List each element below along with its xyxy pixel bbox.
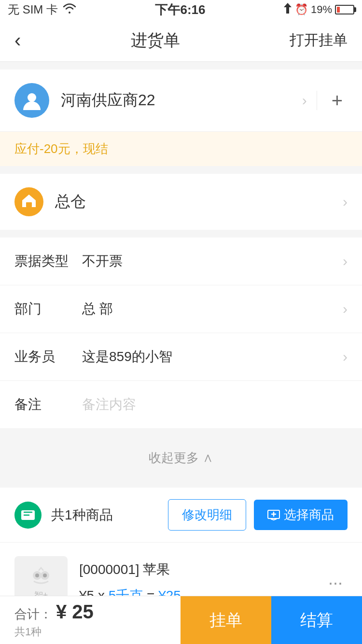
supplier-notice: 应付-20元，现结 [0,132,362,166]
page-title: 进货单 [131,29,180,52]
invoice-row[interactable]: 票据类型 不开票 › [0,238,362,285]
checkout-button[interactable]: 结算 [271,596,362,644]
products-header: 共1种商品 修改明细 选择商品 [0,488,362,543]
svg-point-6 [35,574,39,577]
battery-icon [335,5,354,14]
spacer [0,480,362,488]
select-product-button[interactable]: 选择商品 [254,500,348,530]
svg-point-7 [43,574,47,577]
dept-row[interactable]: 部门 总 部 › [0,285,362,333]
status-bar: 无 SIM 卡 下午6:16 ⏰ 19% [0,0,362,19]
total-sub: 共1种 [14,625,181,639]
warehouse-icon-glyph [21,194,37,210]
staff-row[interactable]: 业务员 这是859的小智 › [0,333,362,381]
carrier-text: 无 SIM 卡 [8,2,58,17]
dept-value: 总 部 [77,300,343,318]
remark-placeholder: 备注内容 [77,395,348,414]
nav-bar: ‹ 进货单 打开挂单 [0,19,362,62]
staff-label: 业务员 [14,348,77,366]
invoice-value: 不开票 [77,252,343,270]
hang-button[interactable]: 挂单 [181,596,271,644]
warehouse-name: 总仓 [55,191,343,212]
invoice-chevron-icon: › [343,253,348,269]
chevron-right-icon: › [302,92,307,109]
open-hang-button[interactable]: 打开挂单 [290,30,348,50]
select-product-label: 选择商品 [284,506,334,523]
svg-point-0 [28,93,36,102]
supplier-avatar [14,83,49,118]
total-label: 合计： [14,606,52,623]
form-card: 票据类型 不开票 › 部门 总 部 › 业务员 这是859的小智 › 备注 备注… [0,238,362,428]
supplier-card: 河南供应商22 › + 应付-20元，现结 [0,70,362,166]
dept-chevron-icon: › [343,301,348,317]
product-name: [0000001] 苹果 [79,560,323,579]
staff-chevron-icon: › [343,349,348,365]
warehouse-chevron-icon: › [343,194,348,210]
add-supplier-button[interactable]: + [327,85,348,116]
status-left: 无 SIM 卡 [8,2,77,17]
total-amount: ¥ 25 [56,601,94,623]
product-more-button[interactable]: ··· [323,568,348,598]
status-right: ⏰ 19% [283,3,354,16]
warehouse-icon [14,187,43,216]
bottom-bar: 合计： ¥ 25 共1种 挂单 结算 [0,596,362,644]
remark-row[interactable]: 备注 备注内容 [0,381,362,428]
invoice-label: 票据类型 [14,252,77,270]
collapse-toggle[interactable]: 收起更多 ∧ [0,436,362,480]
main-content: 河南供应商22 › + 应付-20元，现结 总仓 › 票据类型 不 [0,70,362,644]
warehouse-row[interactable]: 总仓 › [0,174,362,230]
product-code: [0000001] [79,562,143,577]
battery-percent: 19% [311,3,332,16]
back-button[interactable]: ‹ [14,29,21,51]
product-title: 苹果 [143,562,170,577]
dept-label: 部门 [14,300,77,318]
products-count: 共1种商品 [51,506,168,524]
edit-detail-button[interactable]: 修改明细 [168,499,246,531]
location-icon [283,3,292,16]
remark-label: 备注 [14,395,77,414]
total-main: 合计： ¥ 25 [14,601,181,623]
products-icon [14,502,42,529]
supplier-name: 河南供应商22 [61,90,302,111]
warehouse-card: 总仓 › [0,174,362,230]
status-time: 下午6:16 [155,1,205,18]
total-section: 合计： ¥ 25 共1种 [0,596,181,644]
alarm-icon: ⏰ [295,3,308,16]
divider [317,91,317,110]
supplier-row[interactable]: 河南供应商22 › + [0,70,362,132]
svg-rect-1 [26,202,32,207]
wifi-icon [62,3,77,16]
staff-value: 这是859的小智 [77,348,343,366]
